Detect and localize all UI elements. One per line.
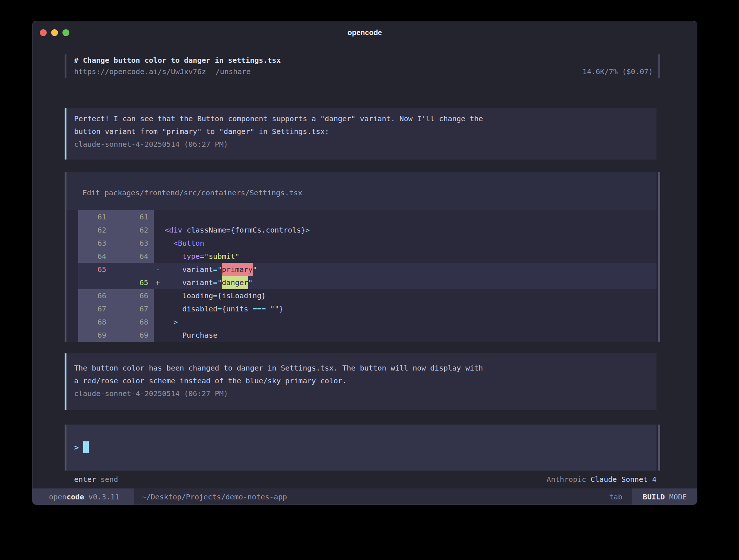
code-token (165, 239, 173, 248)
diff-row-padding (66, 223, 78, 237)
code-token (165, 252, 182, 261)
code-token: = (218, 304, 222, 313)
code-token: Purchase (182, 331, 217, 340)
code-token: = (213, 291, 217, 300)
diff-row: 6262<div className={formCs.controls}> (66, 223, 656, 237)
diff-row-padding (66, 315, 78, 329)
prompt-editor[interactable]: > (65, 425, 660, 471)
window-title: opencode (32, 28, 697, 37)
diff-row: 6666 loading={isLoading} (66, 289, 656, 302)
code-line (165, 210, 656, 223)
code-line: type="submit" (165, 250, 656, 263)
message-text-line: The button color has been changed to dan… (66, 362, 656, 375)
text-cursor (83, 441, 89, 453)
diff-row-padding (66, 250, 78, 263)
code-token (165, 331, 182, 340)
titlebar: opencode (32, 21, 697, 43)
message-text-line: button variant from "primary" to "danger… (66, 125, 656, 138)
statusbar-spacer (287, 488, 609, 505)
diff-row-padding (66, 276, 78, 289)
code-token: {formCs.controls} (231, 226, 306, 234)
old-line-number: 64 (78, 250, 112, 263)
app-version: v0.3.11 (88, 492, 119, 501)
diff-row-padding (66, 329, 78, 342)
diff-marker (154, 237, 165, 250)
diff-row: 6363 <Button (66, 237, 656, 250)
code-token (165, 318, 173, 326)
diff-row-padding (66, 237, 78, 250)
diff-marker (154, 250, 165, 263)
code-line: variant="primary" (165, 263, 656, 276)
code-token: primary (222, 263, 253, 276)
mode-badge[interactable]: BUILDMODE (632, 488, 697, 505)
diff-row: 6464 type="submit" (66, 250, 656, 263)
diff-row-content: 65+ variant="danger" (78, 276, 656, 289)
diff-marker (154, 315, 165, 329)
code-token (266, 304, 270, 313)
code-token: variant (182, 265, 213, 274)
diff-row-content: 6363 <Button (78, 237, 656, 250)
code-token: {isLoading} (218, 291, 266, 300)
code-token: " (218, 278, 222, 287)
code-line: <div className={formCs.controls}> (165, 223, 656, 237)
status-bar: opencodev0.3.11 ~/Desktop/Projects/demo-… (32, 488, 697, 505)
diff-row: 6767 disabled={units === ""} (66, 302, 656, 315)
code-token: "" (270, 304, 279, 313)
message-body: Perfect! I can see that the Button compo… (66, 108, 656, 160)
prompt-background[interactable] (66, 425, 656, 471)
diff-marker (154, 210, 165, 223)
old-line-number: 69 (78, 329, 112, 342)
diff-row-content: 6161 (78, 210, 656, 223)
code-token: "submit" (204, 252, 239, 261)
diff-row-content: 6969 Purchase (78, 329, 656, 342)
code-token: variant (182, 278, 213, 287)
diff-marker (154, 329, 165, 342)
code-token: className (187, 226, 226, 234)
prompt-right-border (658, 425, 660, 471)
app-name-light: open (49, 492, 66, 501)
code-line: <Button (165, 237, 656, 250)
tab-key-hint: tab (609, 488, 622, 505)
old-line-number: 68 (78, 315, 112, 329)
new-line-number: 68 (112, 315, 154, 329)
code-token: === (253, 304, 266, 313)
message-model-meta: claude-sonnet-4-20250514 (06:27 PM) (66, 387, 656, 400)
code-token (165, 291, 182, 300)
code-token (165, 304, 182, 313)
diff-row: 6969 Purchase (66, 329, 656, 342)
session-title: # Change button color to danger in setti… (74, 54, 281, 66)
code-token: type (182, 252, 200, 261)
code-token: " (218, 265, 222, 274)
context-usage: 14.6K/7% ($0.07) (582, 66, 653, 77)
message-text-line: a red/rose color scheme instead of the b… (66, 375, 656, 387)
code-token: loading (182, 291, 213, 300)
diff-row: 65- variant="primary" (66, 263, 656, 276)
diff-row-padding (66, 210, 78, 223)
code-token: {units (222, 304, 253, 313)
message-model-meta: claude-sonnet-4-20250514 (06:27 PM) (66, 138, 656, 151)
diff-row: 6868 > (66, 315, 656, 329)
assistant-message: Perfect! I can see that the Button compo… (65, 108, 660, 160)
share-url-link[interactable]: https://opencode.ai/s/UwJxv76z (74, 67, 206, 76)
code-token: = (226, 226, 231, 234)
code-token: " (253, 265, 257, 274)
diff-row-content: 6666 loading={isLoading} (78, 289, 656, 302)
new-line-number: 69 (112, 329, 154, 342)
unshare-command[interactable]: /unshare (215, 67, 250, 76)
prompt-left-border (65, 425, 66, 471)
code-token: > (173, 318, 178, 326)
assistant-message: The button color has been changed to dan… (65, 353, 660, 410)
edit-tool-block: Edit packages/frontend/src/containers/Se… (65, 172, 660, 342)
edit-right-border (658, 172, 660, 342)
old-line-number: 66 (78, 289, 112, 302)
diff-row-content: 65- variant="primary" (78, 263, 656, 276)
code-token: = (200, 252, 204, 261)
old-line-number: 62 (78, 223, 112, 237)
app-version-badge: opencodev0.3.11 (32, 488, 134, 505)
new-line-number: 61 (112, 210, 154, 223)
prompt-input[interactable]: > (74, 441, 89, 454)
code-token: " (248, 278, 253, 287)
diff-row: 65+ variant="danger" (66, 276, 656, 289)
prompt-caret: > (74, 443, 79, 452)
opencode-window: opencode # Change button color to danger… (32, 21, 697, 505)
